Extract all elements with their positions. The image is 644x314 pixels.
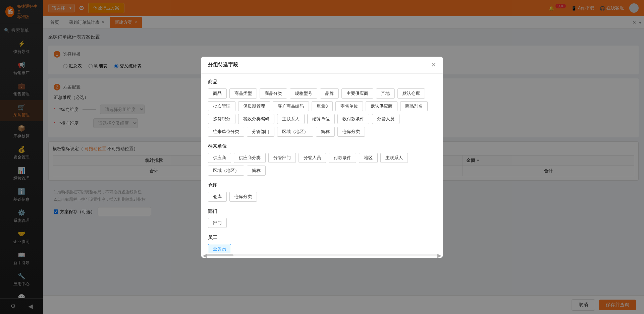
field-group-dept-title: 部门 xyxy=(208,208,436,214)
field-tag-warehouse-0[interactable]: 仓库 xyxy=(208,192,227,202)
modal-body[interactable]: 商品 商品 商品类型 商品分类 规格型号 品牌 主要供应商 产地 默认仓库 批次… xyxy=(201,74,443,253)
modal-close-button[interactable]: ✕ xyxy=(431,61,436,69)
field-group-partner-title: 往来单位 xyxy=(208,143,436,149)
field-tag-product-21[interactable]: 往来单位分类 xyxy=(208,127,244,137)
field-tag-product-20[interactable]: 分管人员 xyxy=(372,114,399,124)
field-tag-product-13[interactable]: 默认供应商 xyxy=(366,101,397,111)
field-tag-warehouse-1[interactable]: 仓库分类 xyxy=(229,192,257,202)
field-tag-product-19[interactable]: 收付款条件 xyxy=(337,114,369,124)
field-tag-product-16[interactable]: 税收分类编码 xyxy=(238,114,274,124)
modal-title: 分组待选字段 xyxy=(208,62,238,68)
field-tag-product-9[interactable]: 保质期管理 xyxy=(238,101,270,111)
field-tag-partner-5[interactable]: 地区 xyxy=(359,153,378,163)
field-tag-product-11[interactable]: 重量3 xyxy=(312,101,333,111)
field-tags-partner: 供应商 供应商分类 分管部门 分管人员 付款条件 地区 主联系人 区域（地区） … xyxy=(208,153,436,176)
modal-header: 分组待选字段 ✕ xyxy=(201,57,443,74)
field-tag-product-5[interactable]: 主要供应商 xyxy=(341,88,373,99)
scroll-right-btn[interactable]: ▶ xyxy=(437,252,441,259)
field-group-product-title: 商品 xyxy=(208,79,436,85)
modal-horizontal-scrollbar[interactable]: ◀ ▶ xyxy=(201,253,443,258)
field-tag-product-23[interactable]: 区域（地区） xyxy=(277,127,313,137)
field-group-warehouse-title: 仓库 xyxy=(208,182,436,188)
field-group-product: 商品 商品 商品类型 商品分类 规格型号 品牌 主要供应商 产地 默认仓库 批次… xyxy=(208,79,436,137)
field-tag-product-8[interactable]: 批次管理 xyxy=(208,101,235,111)
field-group-staff-title: 员工 xyxy=(208,235,436,241)
field-tag-partner-1[interactable]: 供应商分类 xyxy=(234,153,266,163)
field-tag-product-4[interactable]: 品牌 xyxy=(320,88,339,99)
field-tag-product-12[interactable]: 零售单位 xyxy=(335,101,363,111)
field-tag-partner-7[interactable]: 区域（地区） xyxy=(208,166,244,176)
field-tag-partner-0[interactable]: 供应商 xyxy=(208,153,231,163)
field-tag-product-1[interactable]: 商品类型 xyxy=(229,88,257,99)
field-tags-product: 商品 商品类型 商品分类 规格型号 品牌 主要供应商 产地 默认仓库 批次管理 … xyxy=(208,88,436,137)
field-selection-modal: 分组待选字段 ✕ 商品 商品 商品类型 商品分类 规格型号 品牌 主要供应商 产… xyxy=(201,57,443,258)
field-tag-partner-8[interactable]: 简称 xyxy=(247,166,266,176)
field-tag-staff-0[interactable]: 业务员 xyxy=(208,244,231,253)
scrollbar-track[interactable] xyxy=(207,254,437,256)
field-group-staff: 员工 业务员 xyxy=(208,235,436,253)
modal-overlay: 分组待选字段 ✕ 商品 商品 商品类型 商品分类 规格型号 品牌 主要供应商 产… xyxy=(0,0,644,314)
field-group-dept: 部门 部门 xyxy=(208,208,436,228)
field-tags-staff: 业务员 xyxy=(208,244,436,253)
field-tag-partner-4[interactable]: 付款条件 xyxy=(329,153,356,163)
field-tag-product-22[interactable]: 分管部门 xyxy=(247,127,274,137)
field-tag-product-7[interactable]: 默认仓库 xyxy=(397,88,425,99)
field-group-warehouse: 仓库 仓库 仓库分类 xyxy=(208,182,436,202)
scrollbar-thumb[interactable] xyxy=(207,254,233,256)
field-tag-partner-6[interactable]: 主联系人 xyxy=(380,153,408,163)
field-tags-dept: 部门 xyxy=(208,218,436,228)
field-tag-product-17[interactable]: 主联系人 xyxy=(277,114,305,124)
field-group-partner: 往来单位 供应商 供应商分类 分管部门 分管人员 付款条件 地区 主联系人 区域… xyxy=(208,143,436,176)
field-tag-product-18[interactable]: 结算单位 xyxy=(307,114,335,124)
field-tag-product-14[interactable]: 商品别名 xyxy=(400,101,428,111)
field-tag-product-10[interactable]: 客户商品编码 xyxy=(273,101,309,111)
scroll-left-btn[interactable]: ◀ xyxy=(203,252,207,259)
field-tag-product-6[interactable]: 产地 xyxy=(376,88,395,99)
field-tag-product-0[interactable]: 商品 xyxy=(208,88,227,99)
field-tag-partner-3[interactable]: 分管人员 xyxy=(299,153,326,163)
field-tag-product-15[interactable]: 拣货积分 xyxy=(208,114,235,124)
field-tag-product-2[interactable]: 商品分类 xyxy=(260,88,287,99)
field-tag-partner-2[interactable]: 分管部门 xyxy=(268,153,296,163)
field-tag-dept-0[interactable]: 部门 xyxy=(208,218,227,228)
field-tag-product-3[interactable]: 规格型号 xyxy=(290,88,317,99)
field-tags-warehouse: 仓库 仓库分类 xyxy=(208,192,436,202)
field-tag-product-25[interactable]: 仓库分类 xyxy=(337,127,365,137)
field-tag-product-24[interactable]: 简称 xyxy=(316,127,335,137)
